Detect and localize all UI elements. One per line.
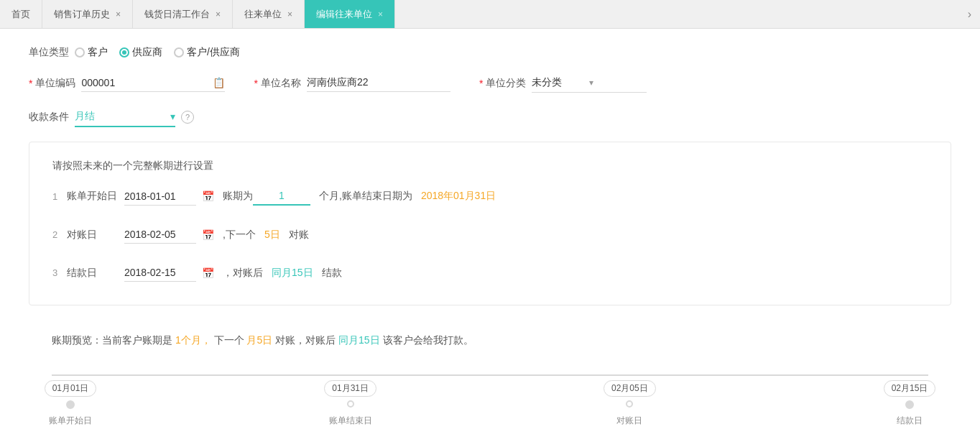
reconcile-date-input[interactable] (124, 226, 196, 244)
setting-number-2: 2 (52, 229, 67, 240)
reconcile-desc-suffix: 对账 (289, 229, 309, 242)
timeline-point-1: 01月31日 账单结束日 (347, 400, 354, 409)
timeline-label-top-1: 01月31日 (324, 380, 376, 397)
preview-reconcile-suffix: 对账，对账后 (275, 334, 336, 346)
period-label: 账期为 (223, 190, 253, 203)
unit-category-label: 单位分类 (486, 77, 526, 90)
required-star: * (479, 78, 483, 89)
unit-type-group: 单位类型 客户 供应商 客户/供应商 (29, 46, 240, 59)
timeline-point-0: 01月01日 账单开始日 (66, 400, 75, 409)
unit-info-row: * 单位编码 📋 * 单位名称 * 单位分类 未分类 ▾ (29, 73, 951, 93)
timeline-points: 01月01日 账单开始日 01月31日 账单结束日 02月05日 对账日 02月… (66, 400, 914, 409)
unit-name-label: 单位名称 (261, 77, 301, 90)
timeline-dot-3 (905, 400, 914, 409)
calendar-icon[interactable]: 📅 (202, 229, 214, 241)
timeline-label-bottom-0: 账单开始日 (49, 415, 92, 427)
required-star: * (254, 78, 257, 89)
radio-supplier-label: 供应商 (132, 46, 162, 59)
unit-name-input[interactable] (307, 74, 450, 92)
period-end-date: 2018年01月31日 (421, 190, 496, 203)
unit-category-group: * 单位分类 未分类 ▾ (479, 73, 647, 93)
tab-edit-counterparty[interactable]: 编辑往来单位 × (305, 0, 395, 28)
preview-payment-suffix: 该客户会给我打款。 (383, 334, 473, 346)
setting-number-3: 3 (52, 267, 67, 278)
setting-row-1: 1 账单开始日 📅 账期为 个月,账单结束日期为 2018年01月31日 (52, 187, 928, 206)
calendar-icon[interactable]: 📅 (202, 267, 214, 279)
radio-supplier[interactable]: 供应商 (119, 46, 162, 59)
setting-row-3: 3 结款日 📅 ，对账后 同月15日 结款 (52, 264, 928, 282)
unit-type-label: 单位类型 (29, 46, 69, 59)
main-content: 单位类型 客户 供应商 客户/供应商 * 单位编码 (0, 29, 980, 437)
help-icon[interactable]: ? (181, 111, 194, 124)
close-icon[interactable]: × (378, 9, 383, 19)
radio-customer[interactable]: 客户 (75, 46, 108, 59)
close-icon[interactable]: × (216, 9, 221, 19)
start-date-input[interactable] (124, 188, 196, 206)
chevron-down-icon: ▾ (589, 78, 647, 88)
tab-sales-history-label: 销售订单历史 (54, 8, 110, 21)
unit-code-group: * 单位编码 📋 (29, 74, 225, 92)
tab-edit-counterparty-label: 编辑往来单位 (316, 8, 372, 21)
settings-box: 请按照未来的一个完整帐期进行设置 1 账单开始日 📅 账期为 个月,账单结束日期… (29, 142, 951, 305)
payment-desc-suffix: 结款 (322, 267, 342, 280)
unit-category-select[interactable]: 未分类 ▾ (532, 73, 647, 93)
timeline-label-bottom-3: 结款日 (897, 415, 923, 427)
unit-code-input-wrapper: 📋 (81, 74, 225, 92)
radio-customer-circle (75, 47, 85, 58)
tab-counterparty-label: 往来单位 (244, 8, 282, 21)
tab-home-label: 首页 (11, 8, 30, 21)
setting-row-2: 2 对账日 📅 ,下一个 5日 对账 (52, 226, 928, 244)
payment-condition-value: 月结 (75, 110, 170, 123)
timeline-point-3: 02月15日 结款日 (905, 400, 914, 409)
timeline-point-2: 02月05日 对账日 (626, 400, 633, 409)
required-star: * (29, 78, 32, 89)
payment-date-input[interactable] (124, 264, 196, 282)
reconcile-desc-prefix: ,下一个 (223, 229, 256, 242)
tab-more-button[interactable]: › (959, 8, 980, 21)
unit-name-group: * 单位名称 (254, 74, 450, 92)
tab-counterparty[interactable]: 往来单位 × (233, 0, 305, 28)
preview-reconcile-prefix: 下一个 (214, 334, 244, 346)
tab-sales-history[interactable]: 销售订单历史 × (42, 0, 133, 28)
preview-months: 1个月， (175, 334, 211, 346)
timeline-label-top-3: 02月15日 (884, 380, 936, 397)
chevron-down-icon: ▾ (170, 111, 175, 122)
payment-highlight: 同月15日 (272, 267, 313, 280)
setting-number-1: 1 (52, 191, 67, 202)
payment-condition-group: 收款条件 月结 ▾ ? (29, 107, 194, 127)
tab-home[interactable]: 首页 (0, 0, 42, 28)
radio-customer-label: 客户 (88, 46, 108, 59)
unit-type-row: 单位类型 客户 供应商 客户/供应商 (29, 46, 951, 59)
tab-cashier-workbench-label: 钱货日清工作台 (144, 8, 210, 21)
timeline-line (52, 374, 928, 376)
payment-condition-row: 收款条件 月结 ▾ ? (29, 107, 951, 127)
unit-category-value: 未分类 (532, 76, 589, 89)
close-icon[interactable]: × (287, 9, 292, 19)
calendar-icon[interactable]: 📅 (202, 190, 214, 202)
setting-name-3: 结款日 (67, 267, 124, 280)
unit-code-label: 单位编码 (35, 77, 75, 90)
payment-desc-prefix: ，对账后 (223, 267, 263, 280)
settings-title: 请按照未来的一个完整帐期进行设置 (52, 160, 928, 172)
radio-group: 客户 供应商 客户/供应商 (75, 46, 240, 59)
radio-customer-supplier[interactable]: 客户/供应商 (174, 46, 240, 59)
unit-code-input[interactable] (81, 74, 207, 91)
radio-customer-supplier-circle (174, 47, 184, 58)
timeline-dot-0 (66, 400, 75, 409)
close-icon[interactable]: × (116, 9, 121, 19)
radio-customer-supplier-label: 客户/供应商 (187, 46, 240, 59)
reconcile-highlight: 5日 (264, 229, 280, 242)
setting-name-2: 对账日 (67, 229, 124, 242)
setting-name-1: 账单开始日 (67, 190, 124, 203)
preview-payment-highlight: 同月15日 (338, 334, 380, 346)
document-icon[interactable]: 📋 (213, 77, 225, 88)
preview-section: 账期预览：当前客户账期是 1个月， 下一个 月5日 对账，对账后 同月15日 该… (29, 323, 951, 437)
period-suffix: 个月,账单结束日期为 (319, 190, 412, 203)
period-input[interactable] (253, 187, 310, 206)
timeline-dot-1 (347, 400, 354, 408)
payment-condition-select[interactable]: 月结 ▾ (75, 107, 175, 127)
timeline-label-top-2: 02月05日 (604, 380, 656, 397)
tab-cashier-workbench[interactable]: 钱货日清工作台 × (133, 0, 233, 28)
timeline-label-bottom-2: 对账日 (616, 415, 642, 427)
payment-condition-label: 收款条件 (29, 111, 69, 124)
